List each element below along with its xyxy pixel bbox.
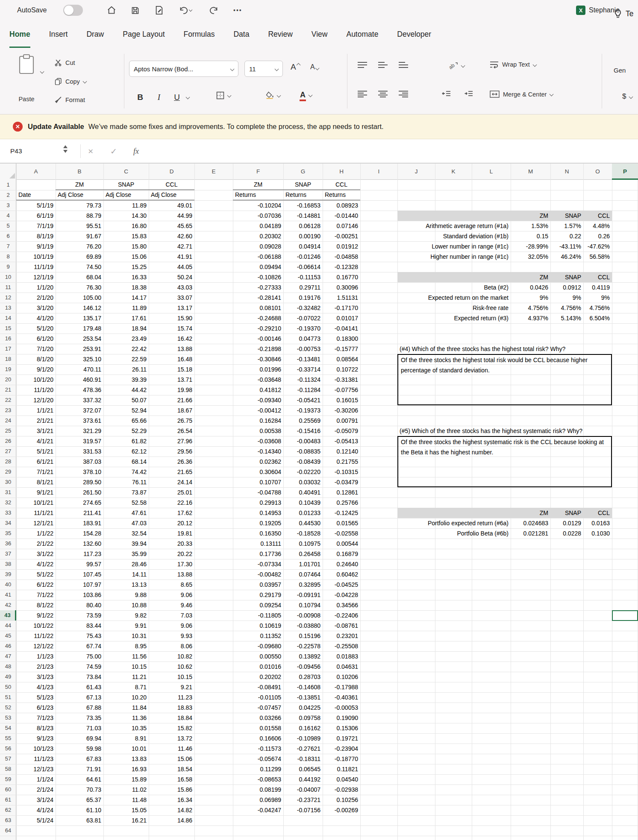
row-header-62[interactable]: 62 [0,805,16,815]
row-header-8[interactable]: 8 [0,252,16,262]
cell-C49[interactable]: 11.21 [103,672,149,682]
stat-label-row13[interactable]: Risk-free rate [397,303,511,313]
stat-label-row6[interactable]: Standard deviation (#1b) [397,231,511,241]
cell-G44[interactable]: -0.03880 [283,620,323,631]
cell-F4[interactable]: -0.07036 [233,211,283,221]
cell-A41[interactable]: 7/1/22 [16,590,56,600]
cell-H31[interactable]: 0.12861 [323,487,360,498]
column-header-B[interactable]: B [56,164,103,180]
cell-B60[interactable]: 70.73 [56,784,103,795]
cell-F31[interactable]: -0.04788 [233,487,283,498]
cell-A47[interactable]: 1/1/23 [16,651,56,661]
cell-A48[interactable]: 2/1/23 [16,661,56,672]
edit-document-button[interactable] [155,0,163,20]
cell-B7[interactable]: 76.20 [56,241,103,252]
cell-F13[interactable]: 0.08101 [233,303,283,313]
align-bottom-button[interactable] [398,61,409,69]
cell-H42[interactable]: 0.34566 [323,600,360,610]
cell-M14[interactable]: 4.937% [511,313,550,323]
question-5[interactable]: (#5) Which of the three stocks has the h… [397,426,612,436]
cell-A53[interactable]: 7/1/23 [16,713,56,723]
cell-B54[interactable]: 71.03 [56,723,103,733]
cell-B46[interactable]: 67.74 [56,641,103,651]
cell-D2[interactable]: Adj Close [149,190,194,200]
cell-F22[interactable]: -0.09340 [233,395,283,405]
cell-H56[interactable]: -0.23904 [323,743,360,754]
cell-C17[interactable]: 22.42 [103,344,149,354]
cell-F46[interactable]: -0.09680 [233,641,283,651]
cell-C56[interactable]: 10.01 [103,743,149,754]
cell-B3[interactable]: 79.73 [56,200,103,211]
cell-D28[interactable]: 26.36 [149,457,194,467]
cell-A32[interactable]: 10/1/21 [16,498,56,508]
cell-B12[interactable]: 105.00 [56,293,103,303]
cell-D8[interactable]: 41.91 [149,252,194,262]
cell-A57[interactable]: 11/1/23 [16,754,56,764]
column-header-H[interactable]: H [323,164,360,180]
cell-F39[interactable]: -0.00482 [233,569,283,580]
cell-A54[interactable]: 8/1/23 [16,723,56,733]
row-header-21[interactable]: 21 [0,385,16,395]
cell-A7[interactable]: 9/1/19 [16,241,56,252]
cell-H4[interactable]: -0.01440 [323,211,360,221]
cell-A27[interactable]: 5/1/21 [16,446,56,457]
cell-C24[interactable]: 65.66 [103,416,149,426]
cell-H53[interactable]: 0.19090 [323,713,360,723]
row-header-63[interactable]: 63 [0,815,16,825]
cell-C1[interactable]: SNAP [103,180,149,190]
column-header-G[interactable]: G [283,164,323,180]
row-header-15[interactable]: 15 [0,323,16,334]
cell-G31[interactable]: 0.40491 [283,487,323,498]
cell-D34[interactable]: 20.12 [149,518,194,528]
cell-D47[interactable]: 10.82 [149,651,194,661]
cell-H26[interactable]: -0.05413 [323,436,360,446]
cell-C39[interactable]: 14.11 [103,569,149,580]
row-header-7[interactable]: 7 [0,241,16,252]
cell-D35[interactable]: 19.81 [149,528,194,539]
cell-N13[interactable]: 4.756% [550,303,583,313]
cell-G58[interactable]: 0.06545 [283,764,323,774]
cell-H1[interactable]: CCL [323,180,360,190]
cell-F8[interactable]: -0.06188 [233,252,283,262]
copy-button[interactable]: Copy [55,78,86,85]
cell-C40[interactable]: 13.13 [103,580,149,590]
cell-G25[interactable]: -0.15416 [283,426,323,436]
cell-F14[interactable]: -0.24688 [233,313,283,323]
cell-H35[interactable]: -0.02558 [323,528,360,539]
cell-C11[interactable]: 18.38 [103,282,149,293]
cell-G11[interactable]: 0.29711 [283,282,323,293]
cell-D62[interactable]: 14.82 [149,805,194,815]
cell-B52[interactable]: 67.88 [56,702,103,713]
cell-C30[interactable]: 76.11 [103,477,149,487]
cell-A38[interactable]: 4/1/22 [16,559,56,569]
cell-G45[interactable]: 0.15196 [283,631,323,641]
cell-A2[interactable]: Date [16,190,56,200]
cell-G22[interactable]: -0.05421 [283,395,323,405]
grow-font-button[interactable]: A [291,62,300,72]
cell-G21[interactable]: -0.11284 [283,385,323,395]
cell-M10[interactable]: ZM [511,272,550,282]
cell-B56[interactable]: 59.98 [56,743,103,754]
cell-A5[interactable]: 7/1/19 [16,221,56,231]
cell-F26[interactable]: -0.03608 [233,436,283,446]
cell-C29[interactable]: 74.42 [103,467,149,477]
cell-B59[interactable]: 64.61 [56,774,103,784]
row-header-9[interactable]: 9 [0,262,16,272]
cell-A15[interactable]: 5/1/20 [16,323,56,334]
italic-button[interactable]: I [151,90,167,105]
cell-M4[interactable]: ZM [511,211,550,221]
cell-F47[interactable]: 0.00550 [233,651,283,661]
cell-B16[interactable]: 253.54 [56,334,103,344]
cell-H49[interactable]: 0.10206 [323,672,360,682]
row-header-64[interactable]: 64 [0,825,16,836]
row-header-23[interactable]: 23 [0,405,16,416]
cell-F59[interactable]: -0.08653 [233,774,283,784]
cell-M8[interactable]: 32.05% [511,252,550,262]
row-header-57[interactable]: 57 [0,754,16,764]
cell-C27[interactable]: 62.12 [103,446,149,457]
row-header-50[interactable]: 50 [0,682,16,692]
cell-G33[interactable]: 0.01233 [283,508,323,518]
cell-F18[interactable]: -0.30846 [233,354,283,364]
cancel-entry-button[interactable]: × [88,139,93,163]
row-header-6[interactable]: 6 [0,231,16,241]
